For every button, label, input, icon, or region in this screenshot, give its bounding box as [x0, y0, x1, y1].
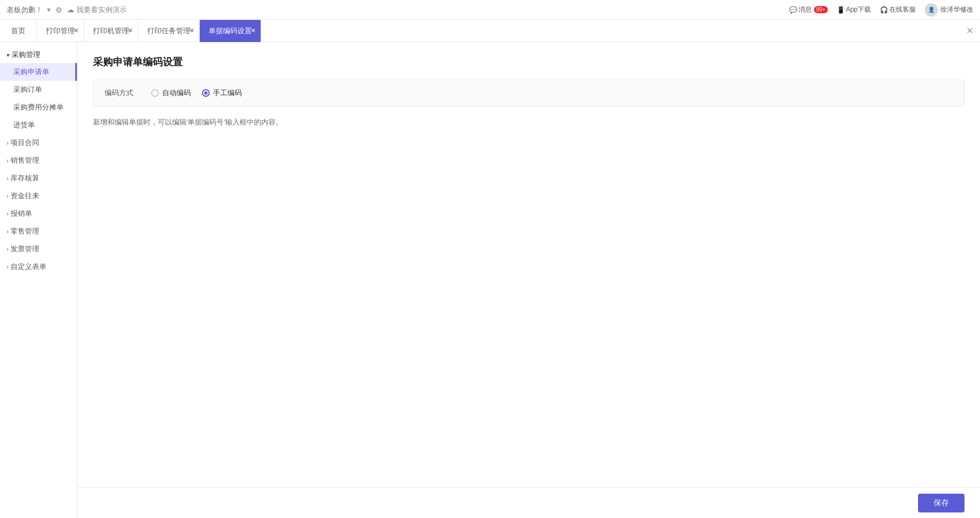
user-name: 徐泽华修改 [940, 5, 973, 14]
online-service-btn[interactable]: 🎧 在线客服 [880, 5, 916, 14]
close-tab-barcode-settings[interactable]: ✕ [248, 27, 257, 35]
sidebar-item-inbound[interactable]: 进货单 [0, 116, 77, 134]
tab-barcode-settings[interactable]: 单据编码设置 ✕ [200, 20, 261, 42]
chevron-right-icon-8: › [7, 264, 8, 270]
sidebar: ▾ 采购管理 采购申请单 采购订单 采购费用分摊单 进货单 › 项目合同 › 销… [0, 42, 77, 518]
user-profile[interactable]: 👤 徐泽华修改 [925, 3, 973, 17]
app-icon: 📱 [837, 6, 845, 14]
chevron-right-icon-2: › [7, 158, 8, 164]
brand-label: 老板勿删！ [7, 5, 43, 15]
sidebar-group-funds[interactable]: › 资金往来 [0, 187, 77, 205]
settings-icon[interactable]: ⚙ [55, 6, 63, 14]
sidebar-group-invoice-mgmt[interactable]: › 发票管理 [0, 240, 77, 258]
content-inner: 采购申请单编码设置 编码方式 自动编码 手工编码 新增和编辑单据时，可以编辑'单… [77, 42, 980, 487]
radio-manual-code[interactable]: 手工编码 [202, 88, 242, 98]
save-button[interactable]: 保存 [918, 494, 965, 512]
sidebar-group-inventory[interactable]: › 库存核算 [0, 169, 77, 187]
main-layout: ▾ 采购管理 采购申请单 采购订单 采购费用分摊单 进货单 › 项目合同 › 销… [0, 42, 980, 518]
chevron-right-icon-5: › [7, 211, 8, 217]
sidebar-item-purchase-order[interactable]: 采购订单 [0, 81, 77, 99]
sidebar-group-retail-mgmt[interactable]: › 零售管理 [0, 222, 77, 240]
message-icon: 💬 [789, 6, 797, 14]
chevron-right-icon-3: › [7, 175, 8, 182]
top-bar-left: 老板勿删！ ▾ ⚙ ☁我要看实例演示 [7, 5, 127, 15]
top-bar: 老板勿删！ ▾ ⚙ ☁我要看实例演示 💬 消息 99+ 📱 App下载 🎧 在线… [0, 0, 980, 20]
sidebar-group-project-contract[interactable]: › 项目合同 [0, 134, 77, 152]
tab-print-mgmt[interactable]: 打印管理 ✕ [37, 20, 84, 42]
close-tab-printer-mgmt[interactable]: ✕ [126, 27, 134, 35]
avatar: 👤 [925, 3, 938, 17]
radio-manual-circle [202, 89, 210, 97]
encoding-method-label: 编码方式 [105, 88, 133, 98]
radio-group-encoding: 自动编码 手工编码 [151, 88, 242, 98]
app-download-btn[interactable]: 📱 App下载 [837, 5, 871, 14]
chevron-right-icon: › [7, 140, 8, 146]
sidebar-group-purchase-mgmt[interactable]: ▾ 采购管理 [0, 46, 77, 63]
dropdown-icon[interactable]: ▾ [47, 6, 51, 14]
service-icon: 🎧 [880, 6, 888, 14]
chevron-right-icon-4: › [7, 193, 8, 199]
demo-link[interactable]: ☁我要看实例演示 [67, 5, 127, 15]
tab-bar: 首页 打印管理 ✕ 打印机管理 ✕ 打印任务管理 ✕ 单据编码设置 ✕ ✕ [0, 20, 980, 42]
hint-text: 新增和编辑单据时，可以编辑'单据编码号'输入框中的内容。 [93, 117, 965, 127]
encoding-form: 编码方式 自动编码 手工编码 [93, 80, 965, 106]
close-tab-print-mgmt[interactable]: ✕ [71, 27, 80, 35]
sidebar-group-sales-mgmt[interactable]: › 销售管理 [0, 152, 77, 169]
sidebar-group-return[interactable]: › 报销单 [0, 205, 77, 222]
radio-auto-circle [151, 89, 159, 97]
chevron-down-icon: ▾ [7, 52, 9, 58]
footer-bar: 保存 [77, 487, 980, 518]
close-tab-print-task-mgmt[interactable]: ✕ [187, 27, 196, 35]
top-bar-right: 💬 消息 99+ 📱 App下载 🎧 在线客服 👤 徐泽华修改 [789, 3, 973, 17]
chevron-right-icon-7: › [7, 246, 8, 252]
tab-home[interactable]: 首页 [0, 20, 37, 42]
tab-print-task-mgmt[interactable]: 打印任务管理 ✕ [138, 20, 200, 42]
message-badge: 99+ [814, 6, 828, 13]
page-title: 采购申请单编码设置 [93, 55, 965, 69]
radio-auto-code[interactable]: 自动编码 [151, 88, 191, 98]
chevron-right-icon-6: › [7, 229, 8, 235]
sidebar-item-purchase-request[interactable]: 采购申请单 [0, 63, 77, 81]
sidebar-group-custom-forms[interactable]: › 自定义表单 [0, 258, 77, 276]
content-area: 采购申请单编码设置 编码方式 自动编码 手工编码 新增和编辑单据时，可以编辑'单… [77, 42, 980, 518]
close-all-tabs-btn[interactable]: ✕ [960, 20, 980, 42]
tab-printer-mgmt[interactable]: 打印机管理 ✕ [84, 20, 138, 42]
sidebar-item-purchase-expense[interactable]: 采购费用分摊单 [0, 99, 77, 116]
message-btn[interactable]: 💬 消息 99+ [789, 5, 828, 14]
